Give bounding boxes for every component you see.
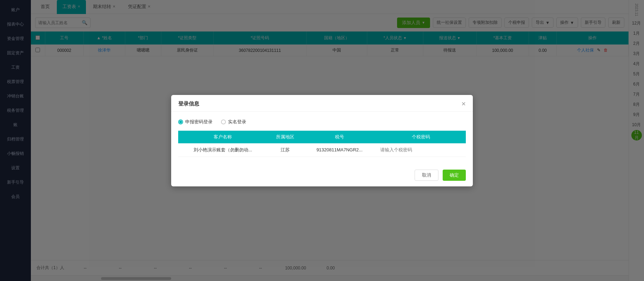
dialog-cell-name: 刘小艳演示账套（勿删勿动... <box>178 143 268 157</box>
dialog-cell-region: 江苏 <box>268 143 303 157</box>
radio-password-login[interactable]: 申报密码登录 <box>178 119 213 125</box>
radio-realname-login[interactable]: 实名登录 <box>221 119 246 125</box>
dialog-col-password: 个税密码 <box>376 131 466 143</box>
dialog-overlay: 登录信息 ✕ 申报密码登录 实名登录 客户名称 <box>0 0 644 281</box>
tax-password-input[interactable] <box>380 147 462 152</box>
dialog-body: 申报密码登录 实名登录 客户名称 所属地区 税号 个税密码 <box>171 112 473 164</box>
dialog-col-name: 客户名称 <box>178 131 268 143</box>
radio-realname-circle <box>221 119 226 124</box>
dialog-cell-password[interactable] <box>376 143 466 157</box>
dialog-header: 登录信息 ✕ <box>171 95 473 112</box>
dialog-col-region: 所属地区 <box>268 131 303 143</box>
dialog-table-row: 刘小艳演示账套（勿删勿动... 江苏 91320811MA7NGR2... <box>178 143 466 157</box>
dialog-cell-taxnum: 91320811MA7NGR2... <box>303 143 376 157</box>
cancel-button[interactable]: 取消 <box>415 170 438 181</box>
login-dialog: 登录信息 ✕ 申报密码登录 实名登录 客户名称 <box>171 95 473 186</box>
dialog-col-taxnum: 税号 <box>303 131 376 143</box>
radio-group: 申报密码登录 实名登录 <box>178 119 466 125</box>
dialog-table: 客户名称 所属地区 税号 个税密码 刘小艳演示账套（勿删勿动... 江苏 913… <box>178 131 466 157</box>
dialog-close-button[interactable]: ✕ <box>461 101 466 107</box>
confirm-button[interactable]: 确定 <box>443 170 466 181</box>
radio-password-circle <box>178 119 183 124</box>
dialog-footer: 取消 确定 <box>171 164 473 186</box>
dialog-title: 登录信息 <box>178 101 199 107</box>
